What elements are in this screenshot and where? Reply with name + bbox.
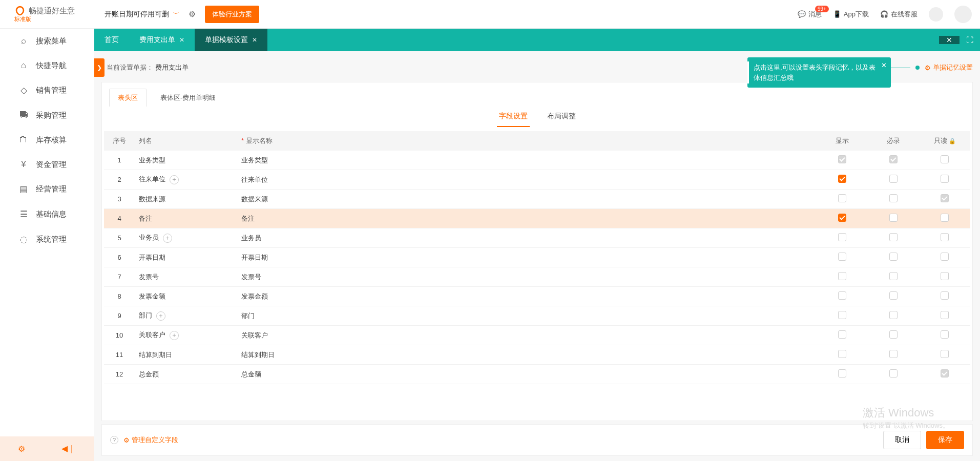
table-row[interactable]: 1业务类型业务类型 <box>104 151 970 170</box>
avatar-large[interactable] <box>954 6 972 23</box>
checkbox[interactable] <box>838 291 846 300</box>
checkbox[interactable] <box>889 194 898 202</box>
settings-icon[interactable]: ⚙ <box>18 444 25 454</box>
cell-display[interactable]: 总金额 <box>237 365 817 384</box>
table-row[interactable]: 8发票金额发票金额 <box>104 287 970 306</box>
account-selector[interactable]: 开账日期可停用可删 ﹀ <box>105 10 179 19</box>
checkbox[interactable] <box>941 253 949 261</box>
gear-icon[interactable]: ⚙ <box>189 9 196 19</box>
fullscreen-icon[interactable]: ⛶ <box>960 36 980 44</box>
checkbox[interactable] <box>941 350 949 358</box>
checkbox[interactable] <box>838 330 846 339</box>
table-row[interactable]: 6开票日期开票日期 <box>104 248 970 267</box>
area-tab-1[interactable]: 表体区-费用单明细 <box>152 89 224 107</box>
cell-display[interactable]: 业务员 <box>237 228 817 248</box>
sidebar-item-8[interactable]: ◌系统管理 <box>0 227 94 252</box>
checkbox[interactable] <box>889 214 898 222</box>
checkbox[interactable] <box>889 291 898 300</box>
checkbox[interactable] <box>941 175 949 183</box>
app-download-button[interactable]: 📱 App下载 <box>833 10 869 19</box>
cancel-button[interactable]: 取消 <box>883 431 921 449</box>
checkbox[interactable] <box>838 194 846 202</box>
cell-required <box>868 248 919 267</box>
checkbox[interactable] <box>838 350 846 358</box>
checkbox[interactable] <box>889 272 898 280</box>
close-icon[interactable]: ✕ <box>881 60 887 71</box>
checkbox[interactable] <box>941 155 949 163</box>
checkbox[interactable] <box>889 369 898 378</box>
sub-tab-0[interactable]: 字段设置 <box>497 112 530 127</box>
memory-settings-link[interactable]: ⚙单据记忆设置 <box>925 63 973 72</box>
checkbox[interactable] <box>941 272 949 280</box>
help-icon[interactable]: ? <box>110 436 118 444</box>
checkbox[interactable] <box>838 214 846 222</box>
checkbox[interactable] <box>889 311 898 319</box>
tab-1[interactable]: 费用支出单✕ <box>129 29 195 51</box>
table-row[interactable]: 12总金额总金额 <box>104 365 970 384</box>
sidebar-item-0[interactable]: ⌕搜索菜单 <box>0 29 94 53</box>
sidebar-item-1[interactable]: ⌂快捷导航 <box>0 53 94 78</box>
cell-display[interactable]: 往来单位 <box>237 170 817 190</box>
avatar-small[interactable] <box>929 7 943 22</box>
checkbox[interactable] <box>941 214 949 222</box>
cell-display[interactable]: 部门 <box>237 306 817 326</box>
cell-display[interactable]: 发票金额 <box>237 287 817 306</box>
save-button[interactable]: 保存 <box>926 431 964 449</box>
checkbox[interactable] <box>838 272 846 280</box>
plus-icon[interactable]: ＋ <box>156 311 165 321</box>
checkbox[interactable] <box>889 330 898 339</box>
sidebar-item-5[interactable]: ¥资金管理 <box>0 152 94 177</box>
experience-button[interactable]: 体验行业方案 <box>205 6 259 23</box>
tab-0[interactable]: 首页 <box>94 29 129 51</box>
table-row[interactable]: 3数据来源数据来源 <box>104 190 970 209</box>
cell-display[interactable]: 发票号 <box>237 267 817 287</box>
sub-tab-1[interactable]: 布局调整 <box>545 112 578 127</box>
checkbox[interactable] <box>941 291 949 300</box>
table-row[interactable]: 7发票号发票号 <box>104 267 970 287</box>
fields-table-wrap[interactable]: 序号 列名 *显示名称 显示 必录 只读🔒 1业务类型业务类型2往来单位＋往来单… <box>104 131 970 421</box>
cell-show <box>817 248 868 267</box>
table-row[interactable]: 10关联客户＋关联客户 <box>104 326 970 345</box>
cell-display[interactable]: 业务类型 <box>237 151 817 170</box>
cell-display[interactable]: 结算到期日 <box>237 345 817 365</box>
checkbox[interactable] <box>889 175 898 183</box>
area-tab-0[interactable]: 表头区 <box>109 89 147 107</box>
customer-service-button[interactable]: 🎧 在线客服 <box>880 10 918 19</box>
collapse-sidebar-icon[interactable]: ◀｜ <box>61 444 76 454</box>
sidebar-item-2[interactable]: ◇销售管理 <box>0 78 94 103</box>
plus-icon[interactable]: ＋ <box>170 331 179 340</box>
expand-handle-icon[interactable]: ❯ <box>94 58 105 77</box>
checkbox[interactable] <box>941 233 949 241</box>
sidebar-item-6[interactable]: ▤经营管理 <box>0 177 94 202</box>
checkbox[interactable] <box>838 175 846 183</box>
table-row[interactable]: 4备注备注 <box>104 209 970 228</box>
plus-icon[interactable]: ＋ <box>163 234 172 243</box>
tab-2[interactable]: 单据模板设置✕ <box>195 29 267 51</box>
checkbox[interactable] <box>838 369 846 378</box>
table-row[interactable]: 11结算到期日结算到期日 <box>104 345 970 365</box>
checkbox[interactable] <box>838 311 846 319</box>
table-row[interactable]: 2往来单位＋往来单位 <box>104 170 970 190</box>
checkbox[interactable] <box>941 330 949 339</box>
close-icon[interactable]: ✕ <box>252 36 257 44</box>
sidebar-item-4[interactable]: ⛫库存核算 <box>0 128 94 152</box>
checkbox[interactable] <box>838 233 846 241</box>
table-row[interactable]: 5业务员＋业务员 <box>104 228 970 248</box>
checkbox[interactable] <box>941 311 949 319</box>
cell-display[interactable]: 备注 <box>237 209 817 228</box>
cell-display[interactable]: 开票日期 <box>237 248 817 267</box>
cell-display[interactable]: 关联客户 <box>237 326 817 345</box>
plus-icon[interactable]: ＋ <box>170 175 179 184</box>
close-icon[interactable]: ✕ <box>179 36 184 44</box>
sidebar-item-3[interactable]: ⛟采购管理 <box>0 103 94 128</box>
sidebar-item-7[interactable]: ☰基础信息 <box>0 202 94 227</box>
close-tab-icon[interactable]: ✕ <box>939 36 960 44</box>
messages-button[interactable]: 💬 消息 99+ <box>798 10 822 19</box>
checkbox[interactable] <box>889 233 898 241</box>
manage-custom-fields-link[interactable]: ⚙管理自定义字段 <box>123 435 178 445</box>
checkbox[interactable] <box>889 350 898 358</box>
checkbox[interactable] <box>838 253 846 261</box>
cell-display[interactable]: 数据来源 <box>237 190 817 209</box>
table-row[interactable]: 9部门＋部门 <box>104 306 970 326</box>
checkbox[interactable] <box>889 253 898 261</box>
